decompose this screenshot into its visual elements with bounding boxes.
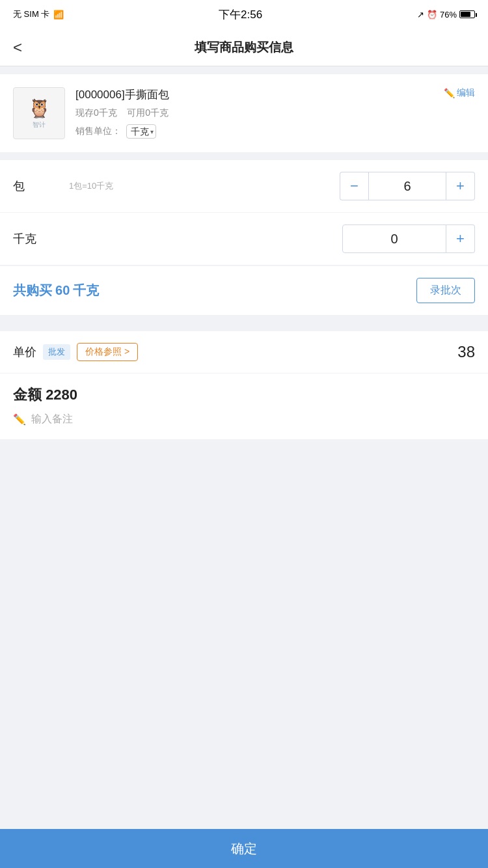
confirm-button[interactable]: 确定 bbox=[0, 829, 488, 868]
battery-percent: 76% bbox=[440, 10, 457, 20]
total-text: 共购买 60 千克 bbox=[13, 282, 99, 299]
price-badge: 批发 bbox=[43, 344, 70, 360]
amount-section: 金额 2280 ✏️ 输入备注 bbox=[0, 373, 488, 439]
alarm-icon: ⏰ bbox=[427, 10, 437, 20]
form-label-pack-sub: 1包=10千克 bbox=[69, 180, 113, 192]
amount-row: 金额 2280 bbox=[13, 385, 475, 405]
stock-text: 现存0千克 bbox=[75, 107, 117, 118]
page-title: 填写商品购买信息 bbox=[195, 39, 293, 56]
product-card: 🦉 智计 [0000006]手撕面包 现存0千克 可用0千克 销售单位： 千克 … bbox=[0, 74, 488, 152]
stepper-pack-plus[interactable]: + bbox=[446, 172, 475, 200]
batch-button[interactable]: 录批次 bbox=[416, 278, 475, 303]
status-bar: 无 SIM 卡 📶 下午2:56 ↗ ⏰ 76% bbox=[0, 0, 488, 29]
battery-fill bbox=[461, 12, 470, 17]
form-label-pack: 包 bbox=[13, 178, 65, 194]
carrier-text: 无 SIM 卡 bbox=[13, 8, 49, 20]
total-amount: 60 bbox=[55, 283, 70, 297]
form-row-kg: 千克 + bbox=[0, 213, 488, 265]
amount-label: 金额 bbox=[13, 387, 42, 403]
stepper-kg: + bbox=[342, 224, 475, 253]
unit-select-wrap[interactable]: 千克 bbox=[126, 124, 156, 139]
product-thumbnail: 🦉 智计 bbox=[13, 87, 65, 139]
edit-icon: ✏️ bbox=[444, 88, 455, 98]
price-ref-button[interactable]: 价格参照 > bbox=[77, 343, 138, 361]
product-logo-text: 智计 bbox=[33, 120, 46, 129]
edit-label: 编辑 bbox=[457, 87, 475, 99]
stepper-pack: − + bbox=[340, 172, 475, 200]
bottom-space bbox=[0, 439, 488, 673]
stepper-kg-input[interactable] bbox=[342, 224, 446, 253]
price-ref-label: 价格参照 > bbox=[85, 346, 129, 358]
stepper-kg-plus[interactable]: + bbox=[446, 224, 475, 253]
location-icon: ↗ bbox=[417, 10, 424, 20]
stepper-pack-minus[interactable]: − bbox=[340, 172, 368, 200]
form-label-kg: 千克 bbox=[13, 231, 65, 247]
note-icon: ✏️ bbox=[13, 413, 26, 426]
status-right: ↗ ⏰ 76% bbox=[417, 10, 475, 20]
product-name: [0000006]手撕面包 bbox=[75, 87, 475, 102]
note-row[interactable]: ✏️ 输入备注 bbox=[13, 413, 475, 433]
nav-bar: < 填写商品购买信息 bbox=[0, 29, 488, 66]
wifi-icon: 📶 bbox=[53, 10, 64, 20]
total-unit: 千克 bbox=[73, 283, 99, 297]
separator-2 bbox=[0, 316, 488, 323]
status-time: 下午2:56 bbox=[219, 7, 262, 22]
total-row: 共购买 60 千克 录批次 bbox=[0, 265, 488, 316]
edit-button[interactable]: ✏️ 编辑 bbox=[444, 87, 475, 99]
form-section: 包 1包=10千克 − + 千克 + bbox=[0, 160, 488, 265]
status-carrier: 无 SIM 卡 📶 bbox=[13, 8, 64, 20]
available-text: 可用0千克 bbox=[127, 107, 169, 118]
stepper-pack-input[interactable] bbox=[368, 172, 446, 200]
price-label: 单价 bbox=[13, 344, 36, 360]
amount-value: 2280 bbox=[46, 387, 77, 403]
product-info: [0000006]手撕面包 现存0千克 可用0千克 销售单位： 千克 bbox=[75, 87, 475, 139]
back-button[interactable]: < bbox=[13, 38, 22, 57]
note-placeholder[interactable]: 输入备注 bbox=[31, 413, 73, 426]
form-row-pack: 包 1包=10千克 − + bbox=[0, 160, 488, 213]
product-stock: 现存0千克 可用0千克 bbox=[75, 107, 475, 119]
unit-select[interactable]: 千克 bbox=[126, 124, 156, 139]
price-value: 38 bbox=[457, 343, 475, 361]
unit-label: 销售单位： bbox=[75, 126, 121, 137]
price-section: 单价 批发 价格参照 > 38 bbox=[0, 331, 488, 373]
separator-1 bbox=[0, 152, 488, 160]
total-prefix: 共购买 bbox=[13, 283, 52, 297]
product-unit-row: 销售单位： 千克 bbox=[75, 124, 475, 139]
product-logo-icon: 🦉 bbox=[28, 98, 51, 119]
battery-bar bbox=[459, 10, 475, 18]
